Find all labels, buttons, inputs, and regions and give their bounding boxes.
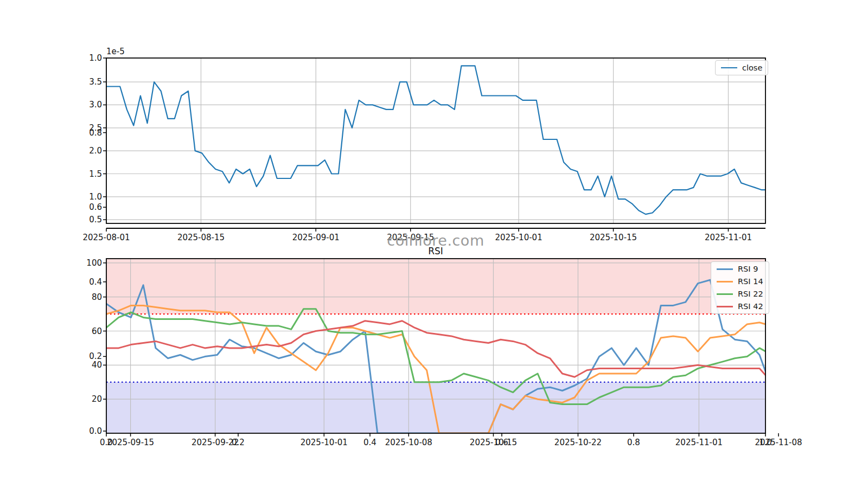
rsi-chart-title: RSI bbox=[381, 246, 490, 256]
rsi-legend: RSI 9RSI 14RSI 22RSI 42 bbox=[711, 261, 769, 314]
price-chart: 0.51.01.52.02.53.03.52025-08-012025-08-1… bbox=[82, 47, 775, 242]
tick-label: 80 bbox=[92, 292, 102, 302]
close-line bbox=[106, 66, 775, 214]
tick-label: 0.2 bbox=[89, 351, 102, 361]
legend-line-sample bbox=[717, 281, 733, 282]
tick-label: 3.5 bbox=[89, 77, 102, 87]
tick-label: 1.5 bbox=[89, 169, 102, 179]
legend-label: RSI 9 bbox=[738, 265, 758, 273]
tick-label: 0.6 bbox=[89, 202, 102, 212]
legend-line-sample bbox=[721, 67, 737, 68]
legend-line-sample bbox=[717, 293, 733, 295]
tick-label: 40 bbox=[92, 360, 102, 370]
tick-label: 2025-10-22 bbox=[554, 438, 602, 447]
tick-label: 2025-10-15 bbox=[470, 438, 517, 447]
legend-item: RSI 9 bbox=[717, 265, 763, 273]
legend-label: RSI 42 bbox=[738, 302, 763, 311]
axes-frame bbox=[106, 58, 765, 223]
tick-label: 2025-08-01 bbox=[82, 233, 130, 242]
tick-label: 1.0 bbox=[89, 192, 102, 202]
tick-label: 2025-11-01 bbox=[675, 438, 723, 447]
tick-label: 0.0 bbox=[89, 426, 102, 436]
tick-label: 2.0 bbox=[89, 146, 102, 156]
tick-label: 1.0 bbox=[759, 438, 772, 447]
legend-line-sample bbox=[717, 268, 733, 270]
rsi-42-line bbox=[106, 321, 796, 382]
oversold-zone bbox=[106, 382, 765, 433]
tick-label: 0.8 bbox=[89, 128, 102, 138]
tick-label: 0.5 bbox=[89, 215, 102, 224]
axis-offset-label: 1e-5 bbox=[106, 47, 125, 56]
tick-label: 2025-11-01 bbox=[705, 233, 752, 242]
legend-label: RSI 22 bbox=[738, 290, 763, 298]
tick-label: 0.6 bbox=[495, 438, 508, 447]
legend-item: RSI 42 bbox=[717, 302, 763, 311]
legend-label: RSI 14 bbox=[738, 277, 763, 286]
tick-label: 0.4 bbox=[363, 438, 376, 447]
figure: 0.51.01.52.02.53.03.52025-08-012025-08-1… bbox=[0, 0, 868, 488]
legend-item: RSI 22 bbox=[717, 290, 763, 298]
tick-label: 0.8 bbox=[627, 438, 640, 447]
legend-item: RSI 14 bbox=[717, 277, 763, 286]
tick-label: 0.2 bbox=[232, 438, 245, 447]
tick-label: 2025-08-15 bbox=[177, 233, 225, 242]
tick-label: 3.0 bbox=[89, 100, 102, 110]
tick-label: 100 bbox=[86, 258, 102, 268]
tick-label: 20 bbox=[92, 394, 102, 404]
rsi-chart: 204060801002025-09-152025-09-222025-10-0… bbox=[86, 258, 802, 447]
legend-label: close bbox=[742, 63, 762, 72]
price-legend: close bbox=[715, 60, 768, 75]
tick-label: 2025-10-08 bbox=[385, 438, 432, 447]
tick-label: 1.0 bbox=[89, 53, 102, 63]
legend-line-sample bbox=[717, 306, 733, 307]
legend-item: close bbox=[721, 63, 762, 72]
tick-label: 2025-10-15 bbox=[590, 233, 637, 242]
tick-label: 0.4 bbox=[89, 277, 102, 287]
tick-label: 0.0 bbox=[100, 438, 113, 447]
tick-label: 2025-09-15 bbox=[107, 438, 154, 447]
tick-label: 60 bbox=[92, 326, 102, 336]
tick-label: 2025-10-01 bbox=[301, 438, 348, 447]
